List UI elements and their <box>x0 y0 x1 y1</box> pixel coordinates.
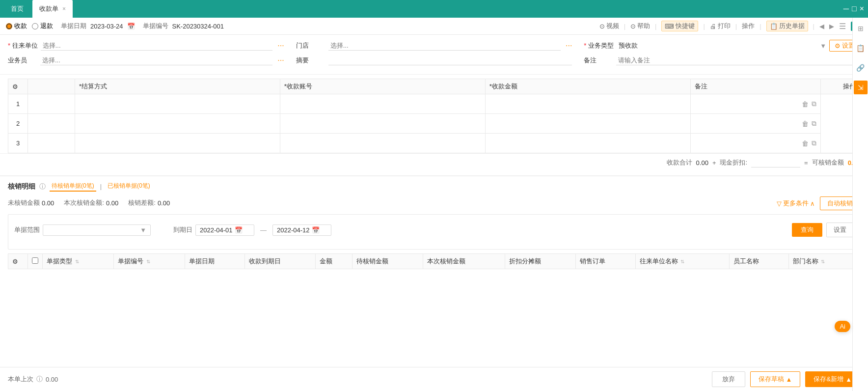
discount-input[interactable] <box>751 158 800 168</box>
sidebar-icon-4[interactable]: ⇲ <box>854 81 868 94</box>
row-2-remark[interactable] <box>485 114 690 134</box>
col-gear-bt[interactable]: ⚙ <box>8 254 28 269</box>
col-current-amount: 本次核销金额 <box>423 254 505 269</box>
more-conditions-btn[interactable]: ▽ 更多条件 ∧ <box>777 199 815 208</box>
nav-prev-icon[interactable]: ◀ <box>819 23 824 30</box>
list-view-icon[interactable]: ☰ <box>839 22 846 31</box>
row-1-settle[interactable] <box>28 94 75 114</box>
writeoff-info-icon[interactable]: ⓘ <box>39 182 46 191</box>
row-2-amount[interactable] <box>280 114 485 134</box>
abandon-button[interactable]: 放弃 <box>712 371 745 387</box>
partner-label: * 往来单位 <box>8 41 38 50</box>
tab-close-icon[interactable]: × <box>62 5 66 12</box>
partner-input[interactable] <box>41 41 273 51</box>
row-3-copy-icon[interactable]: ⧉ <box>812 139 816 147</box>
save-new-dropdown-icon[interactable]: ▲ <box>845 376 852 383</box>
salesman-dots-btn[interactable]: ··· <box>277 56 284 65</box>
writeoff-section: 核销明细 ⓘ 待核销单据(0笔) | 已核销单据(0笔) 未核销金额 0.00 … <box>0 175 868 274</box>
video-icon: ⊙ <box>599 23 605 30</box>
date-from-field[interactable]: 2022-04-01 📅 <box>195 224 254 236</box>
date-to-field[interactable]: 2022-04-12 📅 <box>272 224 331 236</box>
abstract-input[interactable] <box>328 56 572 65</box>
filter-icon: ▽ <box>777 200 782 207</box>
tab-done[interactable]: 已核销单据(0笔) <box>106 181 152 192</box>
save-draft-dropdown-icon[interactable]: ▲ <box>786 376 792 383</box>
abstract-field: 摘要 <box>296 56 572 65</box>
operation-action[interactable]: 操作 <box>742 22 755 30</box>
store-dots-btn[interactable]: ··· <box>566 41 572 50</box>
total-value: 0.00 <box>696 159 708 167</box>
filter-panel: 单据范围 ▼ 到期日 2022-04-01 📅 — 2022-04-12 <box>8 214 860 250</box>
receipt-table: ⚙ *结算方式 *收款账号 *收款金额 备注 操作 1 <box>8 79 860 153</box>
tab-pending[interactable]: 待核销单据(0笔) <box>50 181 96 192</box>
row-2-copy-icon[interactable]: ⧉ <box>812 119 816 128</box>
sort-icon-4[interactable]: ⇅ <box>821 259 825 264</box>
sort-icon-3[interactable]: ⇅ <box>680 259 684 264</box>
plus-label: + <box>712 159 716 167</box>
row-1-copy-icon[interactable]: ⧉ <box>812 100 816 108</box>
store-input[interactable] <box>328 41 561 51</box>
nav-home[interactable]: 首页 <box>4 0 30 18</box>
calendar-icon[interactable]: 📅 <box>127 23 135 30</box>
radio-receipt-input[interactable] <box>6 23 12 29</box>
sort-icon-2[interactable]: ⇅ <box>146 259 150 264</box>
video-action[interactable]: ⊙ 视频 <box>599 22 619 30</box>
nav-next-icon[interactable]: ▶ <box>829 23 834 30</box>
col-settle: *结算方式 <box>75 79 280 94</box>
ai-badge[interactable]: Ai <box>835 321 850 332</box>
radio-refund-input[interactable] <box>32 23 38 29</box>
biztype-dropdown-icon[interactable]: ▼ <box>820 42 826 50</box>
sidebar-icon-2[interactable]: 📋 <box>854 41 868 55</box>
help-action[interactable]: ⊙ 帮助 <box>630 22 650 30</box>
history-icon: 📋 <box>770 23 778 30</box>
store-label: 门店 <box>296 41 326 50</box>
save-draft-button[interactable]: 保存草稿 ▲ <box>750 371 801 387</box>
shortcut-action[interactable]: ⌨ 快捷键 <box>661 21 698 31</box>
radio-refund[interactable]: 退款 <box>32 22 53 30</box>
bottom-table-header: ⚙ 单据类型 ⇅ 单据编号 ⇅ 单据日期 收款到期日 金额 待核销金额 本次核销… <box>8 254 860 269</box>
row-1-remark[interactable] <box>485 94 690 114</box>
partner-dots-btn[interactable]: ··· <box>277 41 284 50</box>
row-3-remark[interactable] <box>485 134 690 153</box>
filter-row: 单据范围 ▼ 到期日 2022-04-01 📅 — 2022-04-12 <box>14 219 854 241</box>
query-button[interactable]: 查询 <box>792 223 822 237</box>
col-partner-name: 往来单位名称 ⇅ <box>635 254 729 269</box>
row-1-delete-icon[interactable]: 🗑 <box>802 100 809 108</box>
minimize-icon[interactable]: ─ <box>843 4 849 13</box>
close-window-icon[interactable]: × <box>860 4 864 13</box>
radio-receipt[interactable]: 收款 <box>6 22 27 30</box>
select-all-checkbox[interactable] <box>32 257 38 264</box>
history-action[interactable]: 📋 历史单据 <box>766 21 808 31</box>
row-3-delete-icon[interactable]: 🗑 <box>802 140 809 147</box>
col-checkbox[interactable] <box>28 254 43 269</box>
writeoff-tabs: 待核销单据(0笔) | 已核销单据(0笔) <box>50 181 152 192</box>
divider2: | <box>655 23 656 30</box>
footer-info-icon[interactable]: ⓘ <box>36 375 43 384</box>
row-3-amount[interactable] <box>280 134 485 153</box>
sidebar-icon-1[interactable]: ⊞ <box>854 22 868 35</box>
maximize-icon[interactable]: □ <box>852 4 857 13</box>
current-label: 本次核销金额: <box>64 198 104 207</box>
writeoff-title-text: 核销明细 <box>8 182 35 191</box>
row-2-delete-icon[interactable]: 🗑 <box>802 120 809 128</box>
range-select[interactable]: ▼ <box>43 224 151 236</box>
print-action[interactable]: 🖨 打印 <box>710 22 731 30</box>
current-stat: 本次核销金额: 0.00 <box>64 198 118 207</box>
sidebar-icon-3[interactable]: 🔗 <box>854 61 868 75</box>
date-to-value: 2022-04-12 <box>277 226 310 234</box>
row-3-account[interactable] <box>75 134 280 153</box>
row-2-settle[interactable] <box>28 114 75 134</box>
form-row-2: 业务员 ··· 摘要 备注 <box>8 56 860 65</box>
remark-input[interactable] <box>616 56 860 65</box>
row-1-amount[interactable] <box>280 94 485 114</box>
row-1-account[interactable] <box>75 94 280 114</box>
nav-tab-receipt[interactable]: 收款单 × <box>32 0 73 18</box>
row-2-account[interactable] <box>75 114 280 134</box>
filter-settings-button[interactable]: 设置 <box>826 223 854 237</box>
row-3-settle[interactable] <box>28 134 75 153</box>
salesman-input[interactable] <box>40 56 272 65</box>
divider1: | <box>624 23 625 30</box>
biztype-field: * 业务类型 预收款 ▼ ⚙ 设置 <box>584 40 860 52</box>
col-gear[interactable]: ⚙ <box>8 79 28 94</box>
sort-icon-1[interactable]: ⇅ <box>75 259 79 264</box>
